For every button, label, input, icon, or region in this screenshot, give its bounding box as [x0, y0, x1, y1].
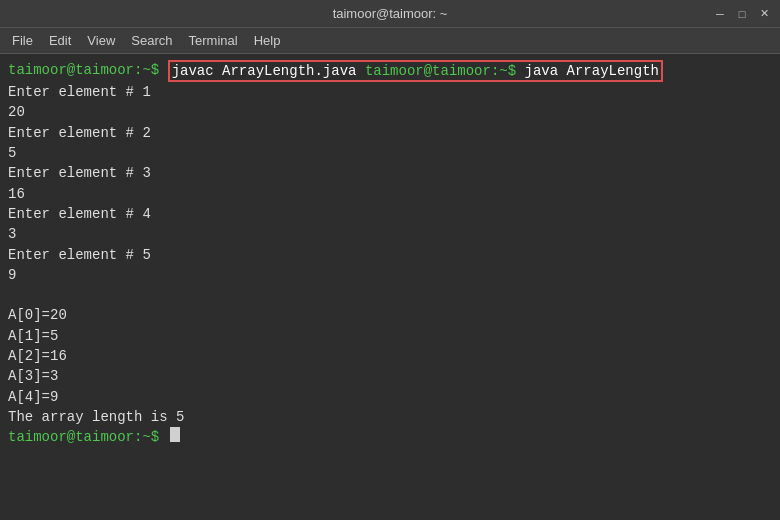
out-9: 9 [8, 265, 16, 285]
cmd-1: javac ArrayLength.java [172, 63, 357, 79]
command-box: javac ArrayLength.java taimoor@taimoor:~… [168, 60, 663, 82]
final-prompt: taimoor@taimoor:~$ [8, 427, 168, 447]
terminal-body[interactable]: taimoor@taimoor:~$ javac ArrayLength.jav… [0, 54, 780, 520]
minimize-button[interactable]: ─ [712, 6, 728, 22]
out-a2: A[2]=16 [8, 346, 67, 366]
menu-file[interactable]: File [4, 31, 41, 50]
out-1: 20 [8, 102, 25, 122]
menu-search[interactable]: Search [123, 31, 180, 50]
out-6: Enter element # 4 [8, 204, 151, 224]
highlighted-commands-block: taimoor@taimoor:~$ javac ArrayLength.jav… [8, 60, 663, 82]
out-a0: A[0]=20 [8, 305, 67, 325]
cursor [170, 427, 180, 442]
out-length: The array length is 5 [8, 407, 184, 427]
final-prompt-line[interactable]: taimoor@taimoor:~$ [8, 427, 772, 447]
out-8: Enter element # 5 [8, 245, 151, 265]
close-button[interactable]: ✕ [756, 6, 772, 22]
output-block: Enter element # 1 20 Enter element # 2 5… [8, 82, 772, 427]
prompt-2-inner: taimoor@taimoor:~$ [365, 63, 525, 79]
prompt-1: taimoor@taimoor:~$ [8, 60, 168, 82]
menu-help[interactable]: Help [246, 31, 289, 50]
out-blank [8, 285, 16, 305]
out-a3: A[3]=3 [8, 366, 58, 386]
out-7: 3 [8, 224, 16, 244]
out-2: Enter element # 2 [8, 123, 151, 143]
window-controls: ─ □ ✕ [712, 6, 772, 22]
out-3: 5 [8, 143, 16, 163]
command-line-1: taimoor@taimoor:~$ javac ArrayLength.jav… [8, 60, 663, 82]
window-title: taimoor@taimoor: ~ [333, 6, 448, 21]
menu-terminal[interactable]: Terminal [181, 31, 246, 50]
maximize-button[interactable]: □ [734, 6, 750, 22]
out-a1: A[1]=5 [8, 326, 58, 346]
out-4: Enter element # 3 [8, 163, 151, 183]
terminal-window: taimoor@taimoor: ~ ─ □ ✕ File Edit View … [0, 0, 780, 520]
menu-bar: File Edit View Search Terminal Help [0, 28, 780, 54]
title-bar: taimoor@taimoor: ~ ─ □ ✕ [0, 0, 780, 28]
out-a4: A[4]=9 [8, 387, 58, 407]
menu-edit[interactable]: Edit [41, 31, 79, 50]
cmd-2: java ArrayLength [525, 63, 659, 79]
out-0: Enter element # 1 [8, 82, 151, 102]
menu-view[interactable]: View [79, 31, 123, 50]
out-5: 16 [8, 184, 25, 204]
